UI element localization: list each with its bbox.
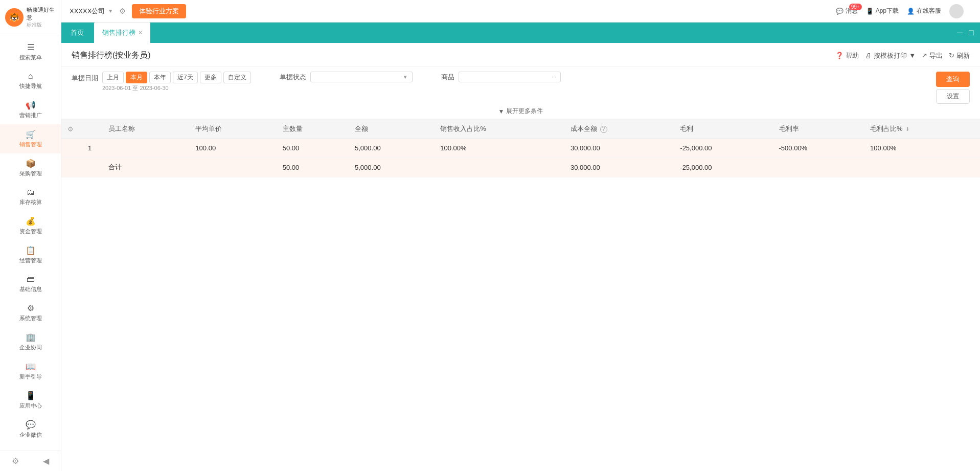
date-btn-this-month[interactable]: 本月: [126, 72, 147, 83]
expand-bar: ▼ 展开更多条件: [61, 104, 980, 119]
cell-avg-price: 100.00: [189, 139, 276, 158]
footer-avg-price: [189, 158, 276, 177]
inventory-icon: 🗂: [27, 188, 35, 197]
goods-filter-group: 商品 ···: [441, 72, 561, 82]
logo-text: 畅康通好生意 标准版: [27, 6, 56, 29]
message-badge: 99+: [849, 4, 862, 10]
sidebar-item-wechat[interactable]: 💬 企业微信: [0, 415, 61, 444]
sidebar-item-search-order[interactable]: ☰ 搜索菜单: [0, 37, 61, 66]
company-name: XXXXX公司: [70, 7, 105, 16]
gross-pct-sort-icon[interactable]: ⬇: [905, 126, 909, 132]
print-arrow-icon: ▼: [909, 52, 916, 59]
message-icon: 💬: [836, 8, 844, 15]
help-icon: ❓: [835, 52, 844, 59]
avatar[interactable]: [949, 4, 964, 18]
sidebar-item-quick-nav[interactable]: ⌂ 快捷导航: [0, 66, 61, 95]
print-btn[interactable]: 🖨 按模板打印 ▼: [865, 51, 916, 60]
date-btn-last-month[interactable]: 上月: [102, 72, 124, 83]
sidebar-item-finance[interactable]: 💰 资金管理: [0, 211, 61, 240]
cell-rank: 1: [82, 139, 102, 158]
finance-icon: 💰: [26, 216, 36, 226]
query-button[interactable]: 查询: [936, 72, 970, 87]
col-qty: 主数量: [277, 119, 349, 139]
cell-qty: 50.00: [277, 139, 349, 158]
sidebar-item-vip[interactable]: V 畅会员: [0, 444, 61, 451]
date-btn-custom[interactable]: 自定义: [223, 72, 251, 83]
sidebar-item-marketing[interactable]: 📢 营销推广: [0, 95, 61, 124]
goods-filter-label: 商品: [441, 73, 454, 82]
operations-icon: 📋: [26, 245, 36, 255]
sidebar-item-enterprise-coop[interactable]: 🏢 企业协同: [0, 327, 61, 356]
footer-row: 合计 50.00 5,000.00 30,000.00 -25,000.00: [61, 158, 980, 177]
marketing-icon: 📢: [26, 100, 36, 110]
expand-conditions-btn[interactable]: ▼ 展开更多条件: [498, 107, 543, 116]
topbar-gear-icon[interactable]: ⚙: [119, 7, 126, 16]
col-settings[interactable]: ⚙: [61, 119, 82, 139]
cost-info-icon[interactable]: ?: [600, 126, 607, 133]
date-btn-this-year[interactable]: 本年: [149, 72, 171, 83]
sidebar-item-beginner[interactable]: 📖 新手引导: [0, 356, 61, 386]
data-table: ⚙ 员工名称 平均单价 主数量 全额 销售收入占比% 成本全额 ?: [61, 119, 980, 177]
vip-icon: V: [28, 449, 33, 451]
settings-button[interactable]: 设置: [936, 89, 970, 104]
table-row: 1 100.00 50.00 5,000.00 100.00% 30,000.0…: [61, 139, 980, 158]
company-selector[interactable]: XXXXX公司 ▼: [70, 7, 113, 16]
table-header-row: ⚙ 员工名称 平均单价 主数量 全额 销售收入占比% 成本全额 ?: [61, 119, 980, 139]
footer-settings-cell: [61, 158, 82, 177]
col-gross-margin: 毛利率: [773, 119, 864, 139]
footer-gross-profit: -25,000.00: [674, 158, 772, 177]
sales-icon: 🛒: [26, 129, 36, 139]
date-range-display: 2023-06-01 至 2023-06-30: [102, 84, 251, 92]
date-filter-controls: 上月 本月 本年 近7天 更多 自定义 2023-06-01 至 2023-06…: [102, 72, 251, 92]
quick-nav-icon: ⌂: [28, 72, 33, 81]
date-buttons: 上月 本月 本年 近7天 更多 自定义: [102, 72, 251, 83]
sidebar-item-operations[interactable]: 📋 经营管理: [0, 240, 61, 270]
cell-gross-pct: 100.00%: [864, 139, 980, 158]
topbar-app-download[interactable]: 📱 App下载: [866, 7, 899, 15]
tab-home[interactable]: 首页: [61, 23, 93, 43]
app-download-label: App下载: [876, 7, 899, 15]
sidebar-item-inventory[interactable]: 🗂 库存核算: [0, 183, 61, 211]
refresh-btn[interactable]: ↻ 刷新: [949, 51, 970, 60]
date-btn-7days[interactable]: 近7天: [173, 72, 198, 83]
topbar-online-service[interactable]: 👤 在线客服: [907, 7, 941, 15]
tab-minimize-icon[interactable]: ─: [957, 28, 963, 37]
sidebar-item-basic-info[interactable]: 🗃 基础信息: [0, 270, 61, 298]
beginner-icon: 📖: [26, 362, 36, 371]
sidebar-label-beginner: 新手引导: [19, 373, 42, 380]
goods-select[interactable]: ···: [459, 72, 561, 82]
status-select[interactable]: ▼: [310, 72, 413, 82]
sidebar-label-search-order: 搜索菜单: [19, 54, 42, 61]
content: 销售排行榜(按业务员) ❓ 帮助 🖨 按模板打印 ▼ ↗ 导出 ↻ 刷新: [61, 43, 980, 471]
sidebar-item-purchase[interactable]: 📦 采购管理: [0, 153, 61, 183]
basic-info-icon: 🗃: [27, 275, 35, 284]
tabbar: 首页 销售排行榜 × ─ □: [61, 23, 980, 43]
sidebar-collapse-icon[interactable]: ◀: [43, 456, 49, 466]
tab-maximize-icon[interactable]: □: [969, 28, 974, 37]
sidebar-item-sales[interactable]: 🛒 销售管理: [0, 124, 61, 153]
enterprise-coop-icon: 🏢: [26, 332, 36, 342]
sidebar: 🐯 畅康通好生意 标准版 ☰ 搜索菜单 ⌂ 快捷导航 📢 营销推广 🛒 销售管理…: [0, 0, 61, 471]
date-btn-more[interactable]: 更多: [200, 72, 221, 83]
expand-label: 展开更多条件: [506, 107, 543, 116]
tab-close-icon[interactable]: ×: [139, 29, 142, 36]
date-filter-group: 单据日期 上月 本月 本年 近7天 更多 自定义 2023-06-01 至 20…: [72, 72, 251, 92]
cell-gross-profit: -25,000.00: [674, 139, 772, 158]
sidebar-item-app-center[interactable]: 📱 应用中心: [0, 386, 61, 415]
footer-gross-pct: [864, 158, 980, 177]
page-header: 销售排行榜(按业务员) ❓ 帮助 🖨 按模板打印 ▼ ↗ 导出 ↻ 刷新: [61, 43, 980, 66]
col-gross-pct: 毛利占比% ⬇: [864, 119, 980, 139]
tab-sales-ranking[interactable]: 销售排行榜 ×: [94, 23, 150, 43]
export-btn[interactable]: ↗ 导出: [922, 51, 943, 60]
col-amount: 全额: [349, 119, 434, 139]
sidebar-item-system[interactable]: ⚙ 系统管理: [0, 298, 61, 327]
help-btn[interactable]: ❓ 帮助: [835, 51, 859, 60]
sidebar-settings-icon[interactable]: ⚙: [12, 456, 19, 466]
trial-btn[interactable]: 体验行业方案: [132, 4, 186, 18]
refresh-icon: ↻: [949, 52, 954, 59]
filter-section: 单据日期 上月 本月 本年 近7天 更多 自定义 2023-06-01 至 20…: [61, 66, 980, 119]
topbar-message[interactable]: 💬 消息 99+: [836, 7, 858, 15]
column-settings-icon[interactable]: ⚙: [67, 125, 74, 133]
export-icon: ↗: [922, 52, 927, 59]
page-title: 销售排行榜(按业务员): [72, 50, 151, 61]
